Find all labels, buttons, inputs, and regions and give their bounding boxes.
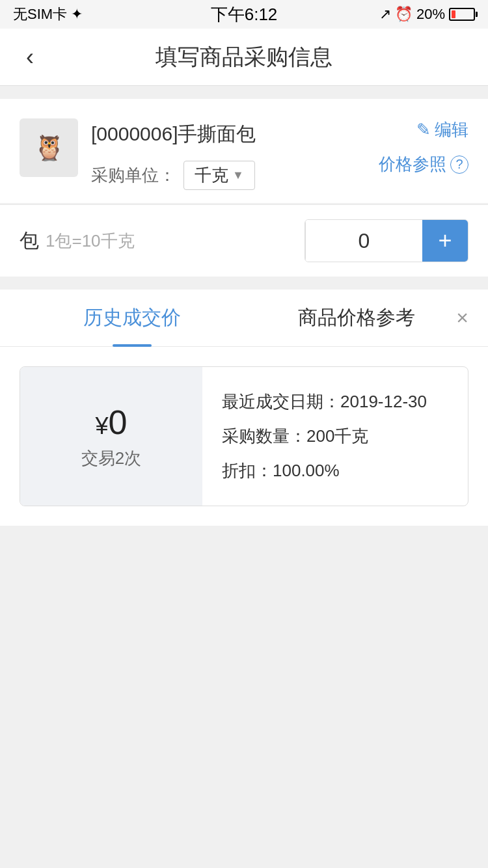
history-card: ¥0 交易2次 最近成交日期：2019-12-30 采购数量：200千克 折扣：… — [20, 366, 468, 506]
page-background — [0, 526, 488, 868]
edit-label: 编辑 — [435, 118, 468, 141]
detail-date-label: 最近成交日期： — [222, 392, 340, 411]
price-ref-label: 价格参照 — [379, 153, 446, 176]
detail-discount-label: 折扣： — [222, 461, 273, 480]
detail-discount-value: 100.00% — [273, 461, 340, 480]
close-panel-button[interactable]: × — [450, 299, 475, 336]
alarm-icon: ⏰ — [395, 6, 413, 23]
history-price-value: ¥0 — [96, 403, 128, 442]
bag-info: 包 1包=10千克 — [20, 228, 135, 254]
status-right: ↗ ⏰ 20% — [379, 6, 475, 23]
quantity-plus-button[interactable]: + — [422, 220, 468, 262]
page-title: 填写商品采购信息 — [156, 42, 332, 72]
detail-qty-label: 采购数量： — [222, 426, 306, 446]
purchase-unit-label: 采购单位： — [91, 164, 176, 187]
product-section: 🦉 [0000006]手撕面包 采购单位： 千克 ▼ ✎ 编辑 — [0, 99, 488, 203]
battery-fill — [452, 10, 455, 18]
quantity-control: + — [305, 219, 468, 262]
status-bar: 无SIM卡 ✦ 下午6:12 ↗ ⏰ 20% — [0, 0, 488, 29]
dropdown-arrow-icon: ▼ — [232, 169, 244, 182]
product-left: 🦉 [0000006]手撕面包 采购单位： 千克 ▼ — [20, 118, 256, 190]
quantity-section: 包 1包=10千克 + — [0, 204, 488, 277]
tab-price-ref-label: 商品价格参考 — [298, 305, 415, 331]
product-name: [0000006]手撕面包 — [91, 121, 256, 148]
edit-icon: ✎ — [416, 120, 431, 140]
tab-history-label: 历史成交价 — [83, 305, 181, 331]
edit-button[interactable]: ✎ 编辑 — [416, 118, 468, 141]
product-image-placeholder: 🦉 — [34, 133, 64, 162]
status-left: 无SIM卡 ✦ — [13, 5, 83, 24]
location-icon: ↗ — [379, 6, 391, 23]
unit-value: 千克 — [195, 164, 228, 187]
bag-equiv-label: 1包=10千克 — [46, 230, 135, 252]
product-thumbnail: 🦉 — [20, 118, 78, 177]
history-details-section: 最近成交日期：2019-12-30 采购数量：200千克 折扣：100.00% — [202, 367, 468, 506]
tabs-header: 历史成交价 商品价格参考 × — [0, 290, 488, 347]
detail-date-value: 2019-12-30 — [340, 392, 427, 411]
quantity-input[interactable] — [305, 220, 422, 262]
history-detail-discount: 折扣：100.00% — [222, 458, 448, 483]
history-detail-quantity: 采购数量：200千克 — [222, 424, 448, 449]
tab-price-reference[interactable]: 商品价格参考 — [244, 290, 468, 347]
battery-icon — [449, 8, 475, 21]
detail-qty-value: 200千克 — [306, 426, 368, 446]
history-content: ¥0 交易2次 最近成交日期：2019-12-30 采购数量：200千克 折扣：… — [0, 347, 488, 526]
history-trades-count: 交易2次 — [81, 447, 141, 470]
tab-history-price[interactable]: 历史成交价 — [20, 290, 244, 347]
product-row: 🦉 [0000006]手撕面包 采购单位： 千克 ▼ ✎ 编辑 — [20, 118, 468, 190]
price-reference-button[interactable]: 价格参照 ? — [379, 153, 468, 176]
panel-section: 历史成交价 商品价格参考 × ¥0 交易2次 最近成交日期：2019-12-30… — [0, 290, 488, 526]
product-actions: ✎ 编辑 价格参照 ? — [379, 118, 468, 176]
bag-icon: 包 — [20, 228, 39, 254]
battery-percent: 20% — [416, 6, 445, 23]
unit-select-dropdown[interactable]: 千克 ▼ — [183, 161, 255, 190]
yen-symbol: ¥ — [96, 413, 109, 439]
purchase-unit-row: 采购单位： 千克 ▼ — [91, 161, 256, 190]
history-detail-date: 最近成交日期：2019-12-30 — [222, 389, 448, 414]
product-info: [0000006]手撕面包 采购单位： 千克 ▼ — [91, 118, 256, 190]
status-time: 下午6:12 — [211, 3, 278, 26]
header: ‹ 填写商品采购信息 — [0, 29, 488, 86]
tab-active-indicator — [113, 344, 152, 347]
carrier-label: 无SIM卡 ✦ — [13, 5, 83, 24]
info-icon: ? — [450, 156, 468, 174]
back-button[interactable]: ‹ — [20, 37, 40, 77]
history-price-section: ¥0 交易2次 — [20, 367, 202, 506]
